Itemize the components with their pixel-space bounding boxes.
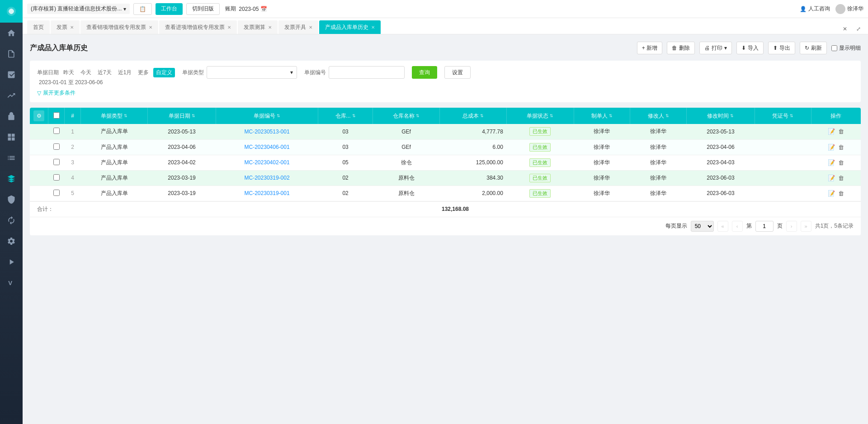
th-checkbox[interactable]: [48, 108, 65, 124]
date-option-7days[interactable]: 近7天: [96, 68, 113, 77]
delete-row-btn-3[interactable]: 🗑: [837, 175, 845, 181]
tab-invoice-open-close[interactable]: ✕: [309, 25, 312, 30]
date-option-yesterday[interactable]: 昨天: [61, 68, 76, 77]
tab-view-purchase-vat-close[interactable]: ✕: [227, 25, 231, 30]
cell-number-1[interactable]: MC-20230406-001: [216, 139, 318, 155]
th-number[interactable]: 单据编号⇅: [216, 108, 318, 124]
type-filter-select[interactable]: ▾: [207, 66, 297, 79]
row-checkbox-0[interactable]: [53, 128, 60, 134]
prev-page-btn[interactable]: ‹: [732, 221, 743, 232]
cell-checkbox-3[interactable]: [48, 170, 65, 186]
app-logo[interactable]: [0, 0, 23, 23]
first-page-btn[interactable]: «: [717, 221, 728, 232]
th-modify-time[interactable]: 修改时间⇅: [687, 108, 755, 124]
tab-invoice-calc-close[interactable]: ✕: [268, 25, 272, 30]
switch-btn[interactable]: 切到旧版: [186, 3, 220, 15]
tab-invoice-close[interactable]: ✕: [70, 25, 74, 30]
tab-invoice-calc[interactable]: 发票测算 ✕: [238, 20, 278, 34]
cell-checkbox-1[interactable]: [48, 139, 65, 155]
select-all-checkbox[interactable]: [53, 112, 60, 119]
user-menu[interactable]: 徐泽华: [835, 4, 863, 14]
service-btn[interactable]: 👤 人工咨询: [800, 5, 830, 13]
th-type[interactable]: 单据类型⇅: [81, 108, 148, 124]
workbench-btn[interactable]: 工作台: [156, 3, 183, 15]
import-btn[interactable]: ⬇ 导入: [736, 42, 764, 54]
date-option-custom[interactable]: 自定义: [153, 68, 175, 77]
per-page-select[interactable]: 50 100 200: [691, 221, 714, 232]
edit-btn-1[interactable]: 📝: [827, 144, 836, 151]
th-date[interactable]: 单据日期⇅: [148, 108, 216, 124]
th-warehouse-code[interactable]: 仓库...⇅: [318, 108, 373, 124]
th-voucher[interactable]: 凭证号⇅: [755, 108, 811, 124]
tab-view-purchase-vat[interactable]: 查看进项增值税专用发票 ✕: [159, 20, 237, 34]
cell-number-3[interactable]: MC-20230319-002: [216, 170, 318, 186]
sidebar-item-lock[interactable]: [0, 106, 23, 127]
display-toggle-checkbox[interactable]: [831, 45, 837, 51]
page-number-input[interactable]: [755, 221, 774, 232]
edit-btn-4[interactable]: 📝: [827, 190, 836, 197]
tab-invoice[interactable]: 发票 ✕: [51, 20, 80, 34]
delete-row-btn-2[interactable]: 🗑: [837, 159, 845, 166]
new-btn[interactable]: + 新增: [637, 42, 662, 54]
export-btn[interactable]: ⬆ 导出: [768, 42, 795, 54]
settings-icon[interactable]: ⚙: [33, 110, 44, 121]
delete-row-btn-1[interactable]: 🗑: [837, 144, 845, 151]
th-modifier[interactable]: 修改人⇅: [630, 108, 687, 124]
cell-checkbox-4[interactable]: [48, 186, 65, 201]
print-btn[interactable]: 🖨 打印 ▾: [699, 42, 732, 54]
date-option-1month[interactable]: 近1月: [116, 68, 134, 77]
th-status[interactable]: 单据状态⇅: [507, 108, 574, 124]
row-checkbox-3[interactable]: [53, 174, 60, 181]
expand-more-btn[interactable]: ▽ 展开更多条件: [37, 89, 854, 97]
cell-checkbox-2[interactable]: [48, 155, 65, 170]
number-filter-input[interactable]: [329, 66, 405, 79]
delete-btn[interactable]: 🗑 删除: [667, 42, 695, 54]
th-settings[interactable]: ⚙: [30, 108, 48, 124]
edit-btn-3[interactable]: 📝: [827, 175, 836, 181]
sidebar-item-home[interactable]: [0, 23, 23, 43]
tab-close-all-btn[interactable]: ✕: [840, 24, 850, 34]
edit-btn-2[interactable]: 📝: [827, 159, 836, 166]
last-page-btn[interactable]: »: [801, 221, 811, 232]
delete-row-btn-4[interactable]: 🗑: [837, 190, 845, 197]
tab-product-instock[interactable]: 产成品入库单历史 ✕: [319, 20, 381, 34]
refresh-btn[interactable]: ↻ 刷新: [800, 42, 827, 54]
th-creator[interactable]: 制单人⇅: [574, 108, 630, 124]
cell-number-4[interactable]: MC-20230319-001: [216, 186, 318, 201]
date-option-today[interactable]: 今天: [79, 68, 93, 77]
sidebar-item-grid[interactable]: [0, 127, 23, 148]
date-option-more[interactable]: 更多: [136, 68, 151, 77]
sidebar-item-analytics[interactable]: [0, 85, 23, 106]
sidebar-item-warehouse[interactable]: [0, 168, 23, 189]
sidebar-item-list[interactable]: [0, 148, 23, 168]
sidebar-item-play[interactable]: [0, 252, 23, 272]
display-toggle[interactable]: 显示明细: [831, 44, 861, 52]
sidebar-item-chart[interactable]: [0, 64, 23, 85]
tab-expand-btn[interactable]: ⤢: [854, 24, 863, 34]
tab-view-sales-vat-close[interactable]: ✕: [149, 25, 152, 30]
row-checkbox-2[interactable]: [53, 159, 60, 165]
tab-product-instock-close[interactable]: ✕: [371, 25, 375, 30]
row-checkbox-1[interactable]: [53, 143, 60, 150]
sidebar-item-refresh[interactable]: [0, 210, 23, 231]
copy-btn[interactable]: 📋: [133, 3, 152, 15]
sidebar-item-stamp[interactable]: [0, 189, 23, 210]
sidebar-item-docs[interactable]: [0, 43, 23, 64]
setting-btn[interactable]: 设置: [444, 66, 471, 79]
calendar-icon[interactable]: 📅: [260, 6, 267, 12]
th-total-cost[interactable]: 总成本⇅: [440, 108, 507, 124]
tab-view-sales-vat[interactable]: 查看销项增值税专用发票 ✕: [80, 20, 158, 34]
sidebar-item-v[interactable]: V: [0, 272, 23, 293]
cell-number-0[interactable]: MC-20230513-001: [216, 124, 318, 139]
th-warehouse-name[interactable]: 仓库名称⇅: [373, 108, 440, 124]
query-btn[interactable]: 查询: [412, 66, 437, 79]
cell-checkbox-0[interactable]: [48, 124, 65, 139]
tab-invoice-open[interactable]: 发票开具 ✕: [278, 20, 318, 34]
row-checkbox-4[interactable]: [53, 190, 60, 196]
sidebar-item-settings[interactable]: [0, 231, 23, 252]
delete-row-btn-0[interactable]: 🗑: [837, 128, 845, 135]
company-selector[interactable]: (库存核算) 直播轻途通信息技术股份... ▾: [27, 4, 130, 14]
tab-home[interactable]: 首页: [27, 20, 50, 34]
next-page-btn[interactable]: ›: [786, 221, 797, 232]
edit-btn-0[interactable]: 📝: [827, 128, 836, 135]
